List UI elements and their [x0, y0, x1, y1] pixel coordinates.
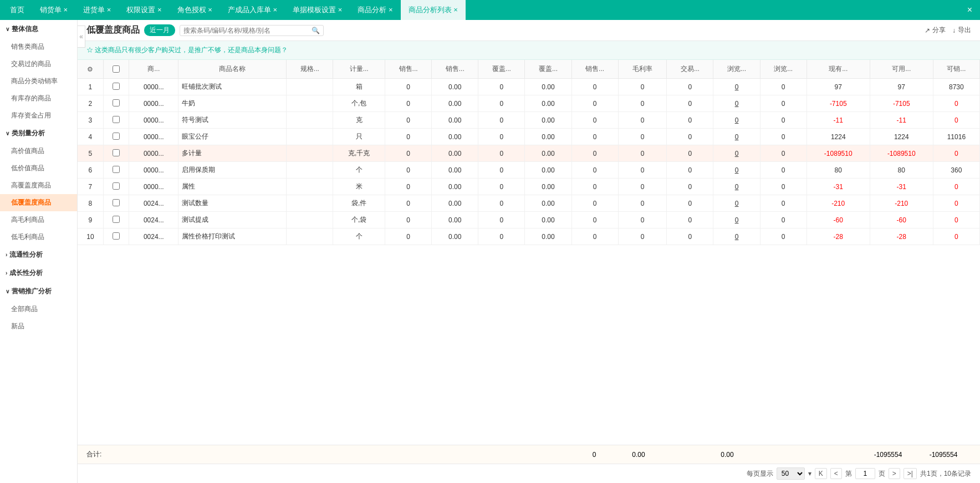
row-unit: 米 — [333, 179, 385, 195]
sidebar-section-circulation[interactable]: › 流通性分析 — [0, 246, 77, 264]
row-checkbox[interactable] — [103, 112, 129, 129]
last-page-button[interactable]: >| — [904, 468, 917, 479]
row-checkbox-input[interactable] — [113, 116, 120, 123]
row-cover1: 0 — [478, 145, 525, 162]
row-available: -31 — [870, 179, 933, 195]
share-button[interactable]: ↗ 分享 — [925, 26, 946, 35]
row-checkbox-input[interactable] — [113, 149, 120, 156]
row-checkbox[interactable] — [103, 79, 129, 95]
arrow-category: ∨ — [6, 130, 9, 136]
row-sellable: 11016 — [933, 129, 979, 145]
page-size-select[interactable]: 50 20 100 — [777, 467, 805, 480]
sidebar-item-new-goods[interactable]: 新品 — [0, 318, 77, 335]
th-settings[interactable]: ⚙ — [78, 60, 103, 79]
sidebar-item-low-profit[interactable]: 低毛利商品 — [0, 228, 77, 246]
row-cover2: 0.00 — [525, 112, 571, 129]
row-sellable: 0 — [933, 112, 979, 129]
nav-template-settings[interactable]: 单据模板设置 × — [285, 0, 350, 20]
next-page-button[interactable]: > — [889, 468, 900, 479]
row-checkbox-input[interactable] — [113, 216, 120, 223]
row-margin: 0 — [618, 129, 667, 145]
row-checkbox[interactable] — [103, 95, 129, 112]
row-margin: 0 — [618, 212, 667, 228]
row-sales-amt: 0.00 — [432, 129, 478, 145]
time-filter-badge[interactable]: 近一月 — [144, 24, 175, 36]
sidebar-item-sales-goods[interactable]: 销售类商品 — [0, 38, 77, 55]
row-checkbox[interactable] — [103, 179, 129, 195]
row-checkbox[interactable] — [103, 145, 129, 162]
sidebar-section-marketing[interactable]: ∨ 营销推广分析 — [0, 282, 77, 301]
sidebar-section-growth[interactable]: › 成长性分析 — [0, 264, 77, 282]
nav-permissions[interactable]: 权限设置 × — [119, 0, 169, 20]
row-checkbox-input[interactable] — [113, 99, 120, 106]
row-trade: 0 — [667, 145, 713, 162]
row-checkbox[interactable] — [103, 195, 129, 212]
total-sales-amt: 0.00 — [616, 451, 661, 459]
row-checkbox[interactable] — [103, 212, 129, 228]
product-table: ⚙ 商... 商品名称 规格... 计量... 销售... 销售... 覆盖..… — [78, 60, 980, 245]
row-cover2: 0.00 — [525, 228, 571, 245]
table-area[interactable]: ⚙ 商... 商品名称 规格... 计量... 销售... 销售... 覆盖..… — [78, 60, 980, 445]
row-name: 符号测试 — [178, 112, 287, 129]
sidebar-item-in-stock[interactable]: 有库存的商品 — [0, 90, 77, 107]
row-num: 4 — [78, 129, 103, 145]
export-icon: ↓ — [952, 27, 956, 34]
sidebar-item-high-profit[interactable]: 高毛利商品 — [0, 211, 77, 228]
prev-page-button[interactable]: < — [830, 468, 842, 479]
th-browse2: 浏览... — [760, 60, 807, 79]
sidebar-item-traded-goods[interactable]: 交易过的商品 — [0, 55, 77, 73]
sidebar-item-stock-capital[interactable]: 库存资金占用 — [0, 107, 77, 124]
table-row: 60000...启用保质期个00.0000.00000008080360 — [78, 162, 980, 179]
row-browse2: 0 — [760, 228, 807, 245]
th-spec: 规格... — [287, 60, 333, 79]
nav-role-auth[interactable]: 角色授权 × — [170, 0, 220, 20]
row-checkbox-input[interactable] — [113, 232, 120, 240]
row-checkbox[interactable] — [103, 162, 129, 179]
row-trade: 0 — [667, 212, 713, 228]
search-input[interactable] — [183, 27, 309, 34]
row-available: -11 — [870, 112, 933, 129]
row-checkbox-input[interactable] — [113, 199, 120, 206]
sidebar-collapse-button[interactable]: « — [78, 26, 85, 48]
row-checkbox-input[interactable] — [113, 182, 120, 190]
row-checkbox-input[interactable] — [113, 133, 120, 140]
row-trade: 0 — [667, 79, 713, 95]
sidebar-item-all-goods[interactable]: 全部商品 — [0, 301, 77, 318]
row-checkbox[interactable] — [103, 129, 129, 145]
row-code: 0000... — [129, 145, 178, 162]
search-icon[interactable]: 🔍 — [312, 27, 320, 34]
row-sales-amt: 0.00 — [432, 228, 478, 245]
sidebar-item-low-value[interactable]: 低价值商品 — [0, 160, 77, 177]
sidebar-section-category[interactable]: ∨ 类别量分析 — [0, 124, 77, 143]
export-button[interactable]: ↓ 导出 — [952, 26, 971, 35]
sidebar-item-category-rate[interactable]: 商品分类动销率 — [0, 73, 77, 90]
first-page-button[interactable]: K — [815, 468, 827, 479]
row-cover2: 0.00 — [525, 162, 571, 179]
select-all-checkbox[interactable] — [113, 65, 120, 73]
close-all-tabs[interactable]: × — [963, 5, 977, 15]
nav-home[interactable]: 首页 — [2, 0, 32, 20]
sidebar-section-overall-label: 整体信息 — [12, 24, 38, 34]
row-checkbox[interactable] — [103, 228, 129, 245]
sidebar-item-high-value[interactable]: 高价值商品 — [0, 143, 77, 160]
row-margin: 0 — [618, 95, 667, 112]
row-browse2: 0 — [760, 112, 807, 129]
th-checkbox[interactable] — [103, 60, 129, 79]
page-number-input[interactable] — [855, 468, 875, 479]
row-checkbox-input[interactable] — [113, 166, 120, 173]
nav-product-warehouse[interactable]: 产成品入库单 × — [220, 0, 285, 20]
row-sales-amt: 0.00 — [432, 112, 478, 129]
share-icon: ↗ — [925, 27, 930, 34]
row-spec — [287, 179, 333, 195]
sidebar-item-low-coverage[interactable]: 低覆盖度商品 — [0, 194, 77, 211]
sidebar-item-high-coverage[interactable]: 高覆盖度商品 — [0, 177, 77, 194]
row-checkbox-input[interactable] — [113, 83, 120, 90]
nav-sales-order[interactable]: 销货单 × — [32, 0, 75, 20]
nav-product-analysis-list[interactable]: 商品分析列表 × — [401, 0, 466, 20]
row-browse1: 0 — [713, 212, 760, 228]
nav-product-analysis[interactable]: 商品分析 × — [350, 0, 400, 20]
row-browse1: 0 — [713, 95, 760, 112]
sidebar-section-overall[interactable]: ∨ 整体信息 — [0, 20, 77, 38]
content-area: « 低覆盖度商品 近一月 🔍 ↗ 分享 ↓ 导出 ☆ 这类商品只有很少客户购买过 — [78, 20, 980, 483]
nav-purchase-order[interactable]: 进货单 × — [75, 0, 119, 20]
